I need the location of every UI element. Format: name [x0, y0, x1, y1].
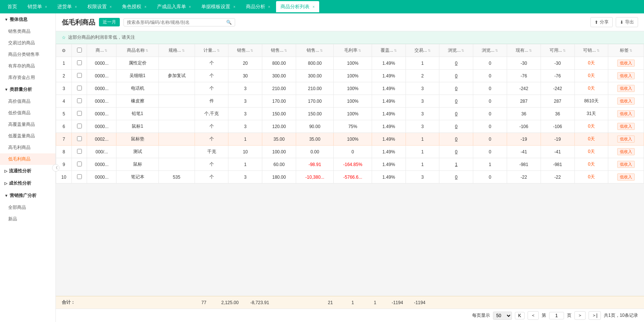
nav-product-entry[interactable]: 产成品入库单 × — [153, 1, 195, 12]
sidebar-section-growth[interactable]: ▷ 成长性分析 — [0, 177, 55, 189]
sidebar-item-high-coverage[interactable]: 高覆盖量商品 — [0, 119, 55, 130]
col-available[interactable]: 可用...⇅ — [541, 44, 574, 57]
sidebar-item-stocked-goods[interactable]: 有库存的商品 — [0, 60, 55, 72]
cell-checkbox[interactable] — [71, 57, 87, 70]
col-sales-amount[interactable]: 销售...⇅ — [262, 44, 296, 57]
nav-template-settings[interactable]: 单据模板设置 × — [197, 1, 240, 12]
sidebar-item-low-value[interactable]: 低价值商品 — [0, 107, 55, 119]
cell-views1[interactable]: 0 — [439, 120, 473, 133]
row-checkbox[interactable] — [77, 73, 82, 78]
cell-views1[interactable]: 0 — [439, 82, 473, 95]
prev-page-button[interactable]: ＜ — [528, 311, 539, 320]
sidebar-item-category-sales-rate[interactable]: 商品分类销售率 — [0, 49, 55, 60]
row-checkbox[interactable] — [77, 149, 82, 154]
sidebar-section-liquidity[interactable]: ▷ 流通性分析 — [0, 165, 55, 177]
time-filter-button[interactable]: 近一月 — [99, 18, 120, 26]
cell-views1[interactable]: 0 — [439, 133, 473, 146]
sidebar-section-marketing[interactable]: ▼ 营销推广分析 — [0, 189, 55, 202]
cell-views1[interactable]: 0 — [439, 95, 473, 108]
table-row: 6 0000... 鼠标1 个 3 120.00 90.00 75% 1.49%… — [56, 120, 644, 133]
sidebar-section-cluster[interactable]: ▼ 类群量分析 — [0, 83, 55, 96]
row-checkbox[interactable] — [77, 124, 82, 128]
col-coverage[interactable]: 覆盖...⇅ — [372, 44, 406, 57]
col-name[interactable]: 商品名称⇅ — [116, 44, 158, 57]
cell-views1[interactable]: 0 — [439, 70, 473, 82]
cell-views1[interactable]: 0 — [439, 108, 473, 120]
sidebar-item-high-value[interactable]: 高价值商品 — [0, 96, 55, 107]
nav-roles[interactable]: 角色授权 × — [118, 1, 151, 12]
sidebar-item-high-margin[interactable]: 高毛利商品 — [0, 142, 55, 153]
cell-checkbox[interactable] — [71, 171, 87, 184]
cell-checkbox[interactable] — [71, 70, 87, 82]
sidebar-item-new-goods[interactable]: 新品 — [0, 213, 55, 225]
close-permissions[interactable]: × — [110, 5, 112, 9]
col-sales-qty[interactable]: 销售...⇅ — [228, 44, 262, 57]
last-page-button[interactable]: ＞| — [589, 311, 601, 320]
close-product-entry[interactable]: × — [189, 5, 191, 9]
cell-checkbox[interactable] — [71, 95, 87, 108]
col-settings[interactable]: ⚙ — [56, 44, 72, 57]
col-views2[interactable]: 浏览...⇅ — [473, 44, 507, 57]
close-purchase-order[interactable]: × — [75, 5, 77, 9]
row-checkbox[interactable] — [77, 136, 82, 141]
nav-purchase-order[interactable]: 进货单 × — [53, 1, 81, 12]
sidebar-section-overall[interactable]: ▼ 整体信息 — [0, 13, 55, 26]
nav-permissions[interactable]: 权限设置 × — [83, 1, 116, 12]
cell-views1[interactable]: 0 — [439, 171, 473, 184]
cell-sales-profit: 35.00 — [296, 133, 334, 146]
sidebar-item-traded-goods[interactable]: 交易过的商品 — [0, 37, 55, 49]
close-template-settings[interactable]: × — [233, 5, 236, 9]
close-roles[interactable]: × — [144, 5, 147, 9]
col-tag[interactable]: 标签⇅ — [608, 44, 644, 57]
nav-home[interactable]: 首页 — [3, 1, 22, 12]
row-checkbox[interactable] — [77, 60, 82, 65]
cell-checkbox[interactable] — [71, 146, 87, 158]
page-size-select[interactable]: 50 100 200 — [493, 312, 512, 320]
col-current-stock[interactable]: 现有...⇅ — [507, 44, 541, 57]
sidebar-item-stock-capital[interactable]: 库存资金占用 — [0, 72, 55, 83]
first-page-button[interactable]: K — [515, 312, 525, 319]
sidebar-item-sales-goods[interactable]: 销售类商品 — [0, 26, 55, 37]
sidebar-item-all-goods[interactable]: 全部商品 — [0, 202, 55, 213]
cell-checkbox[interactable] — [71, 120, 87, 133]
row-checkbox[interactable] — [77, 162, 82, 166]
cell-checkbox[interactable] — [71, 108, 87, 120]
footer-spacer4 — [148, 300, 170, 305]
cell-checkbox[interactable] — [71, 158, 87, 171]
col-checkbox[interactable] — [71, 44, 87, 57]
col-sales-profit[interactable]: 销售...⇅ — [296, 44, 334, 57]
page-number-input[interactable] — [549, 312, 564, 319]
col-unit[interactable]: 计量...⇅ — [195, 44, 228, 57]
search-icon[interactable]: 🔍 — [226, 20, 232, 25]
row-checkbox[interactable] — [77, 174, 82, 179]
sidebar-item-low-margin[interactable]: 低毛利商品 — [0, 153, 55, 165]
nav-product-analysis[interactable]: 商品分析 × — [241, 1, 275, 12]
cell-views1[interactable]: 0 — [439, 146, 473, 158]
sidebar-collapse-button[interactable]: 《 — [52, 164, 60, 172]
cell-code: 0000... — [87, 120, 116, 133]
select-all-checkbox[interactable] — [77, 48, 82, 52]
cell-checkbox[interactable] — [71, 82, 87, 95]
col-gross-margin[interactable]: 毛利率⇅ — [334, 44, 372, 57]
close-product-analysis[interactable]: × — [268, 5, 270, 9]
nav-sales-order[interactable]: 销货单 × — [23, 1, 51, 12]
search-input[interactable] — [127, 20, 226, 25]
close-product-analysis-list[interactable]: × — [313, 5, 315, 9]
row-checkbox[interactable] — [77, 98, 82, 103]
share-button[interactable]: ⬆ 分享 — [590, 17, 613, 27]
close-sales-order[interactable]: × — [45, 5, 47, 9]
row-checkbox[interactable] — [77, 86, 82, 90]
col-views1[interactable]: 浏览...⇅ — [439, 44, 473, 57]
cell-views1[interactable]: 0 — [439, 57, 473, 70]
cell-views1[interactable]: 1 — [439, 158, 473, 171]
nav-product-analysis-list[interactable]: 商品分析列表 × — [276, 1, 319, 12]
col-code[interactable]: 商...⇅ — [87, 44, 116, 57]
row-checkbox[interactable] — [77, 111, 82, 116]
next-page-button[interactable]: ＞ — [574, 311, 586, 320]
sidebar-item-low-coverage[interactable]: 低覆盖量商品 — [0, 130, 55, 142]
col-sellable-days[interactable]: 可销...⇅ — [574, 44, 608, 57]
cell-checkbox[interactable] — [71, 133, 87, 146]
export-button[interactable]: ⬇ 导出 — [616, 17, 638, 27]
col-transactions[interactable]: 交易...⇅ — [406, 44, 439, 57]
col-spec[interactable]: 规格...⇅ — [158, 44, 195, 57]
